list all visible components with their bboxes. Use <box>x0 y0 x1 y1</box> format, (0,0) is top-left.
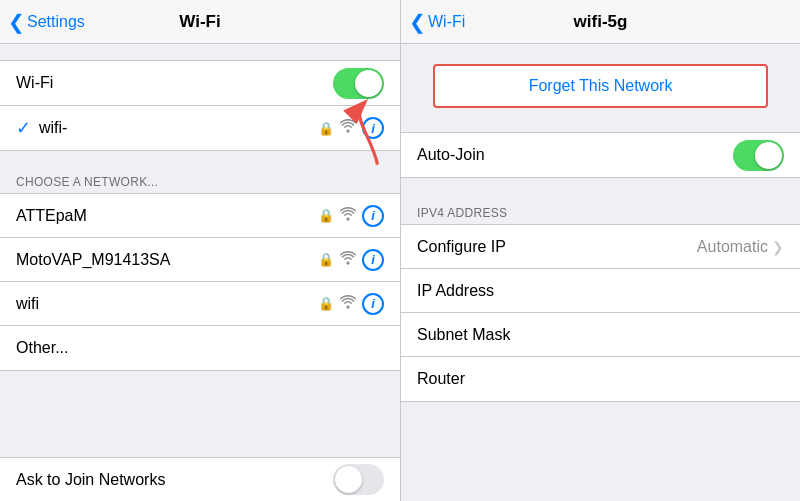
ask-join-toggle[interactable] <box>333 464 384 495</box>
info-icon: i <box>371 121 375 136</box>
wifi-label: Wi-Fi <box>16 74 333 92</box>
network-name: MotoVAP_M91413SA <box>16 251 318 269</box>
auto-join-label: Auto-Join <box>417 146 733 164</box>
wifi-detail-panel: ❮ Wi-Fi wifi-5g Forget This Network Auto… <box>400 0 800 501</box>
subnet-mask-label: Subnet Mask <box>417 326 784 344</box>
connected-network-icons: 🔒 i <box>318 117 384 139</box>
wifi-signal-icon <box>340 119 356 137</box>
lock-icon: 🔒 <box>318 208 334 223</box>
chevron-right-icon: ❯ <box>772 239 784 255</box>
connected-network-info-button[interactable]: i <box>362 117 384 139</box>
wifi-toggle-group: Wi-Fi <box>0 60 400 106</box>
connected-network-row[interactable]: ✓ wifi- 🔒 i <box>0 106 400 150</box>
configure-ip-row[interactable]: Configure IP Automatic ❯ <box>401 225 800 269</box>
auto-join-toggle[interactable] <box>733 140 784 171</box>
info-icon: i <box>371 252 375 267</box>
configure-ip-label: Configure IP <box>417 238 697 256</box>
back-label: Wi-Fi <box>428 13 465 31</box>
network-icons: 🔒 i <box>318 293 384 315</box>
wifi-back-button[interactable]: ❮ Wi-Fi <box>409 10 465 34</box>
network-row[interactable]: MotoVAP_M91413SA 🔒 i <box>0 238 400 282</box>
info-icon: i <box>371 296 375 311</box>
ask-join-label: Ask to Join Networks <box>16 471 333 489</box>
available-networks-group: ATTEpaM 🔒 i MotoVAP_M91413SA <box>0 193 400 371</box>
wifi-icon <box>340 295 356 313</box>
other-network-label: Other... <box>16 339 384 357</box>
lock-icon: 🔒 <box>318 296 334 311</box>
ipv4-group: Configure IP Automatic ❯ IP Address Subn… <box>401 224 800 402</box>
forget-network-container: Forget This Network <box>417 56 784 116</box>
network-info-button[interactable]: i <box>362 293 384 315</box>
ip-address-row[interactable]: IP Address <box>401 269 800 313</box>
ip-address-label: IP Address <box>417 282 784 300</box>
connected-network-group: ✓ wifi- 🔒 i <box>0 106 400 151</box>
right-nav-bar: ❮ Wi-Fi wifi-5g <box>401 0 800 44</box>
forget-network-button[interactable]: Forget This Network <box>433 64 768 108</box>
choose-network-header: CHOOSE A NETWORK... <box>0 167 400 193</box>
right-nav-title: wifi-5g <box>574 12 628 32</box>
settings-back-button[interactable]: ❮ Settings <box>8 10 85 34</box>
chevron-left-icon: ❮ <box>8 10 25 34</box>
ask-join-row: Ask to Join Networks <box>0 457 400 501</box>
info-icon: i <box>371 208 375 223</box>
auto-join-row: Auto-Join <box>401 133 800 177</box>
network-info-button[interactable]: i <box>362 205 384 227</box>
network-row[interactable]: ATTEpaM 🔒 i <box>0 194 400 238</box>
network-info-button[interactable]: i <box>362 249 384 271</box>
lock-icon: 🔒 <box>318 121 334 136</box>
chevron-left-icon: ❮ <box>409 10 426 34</box>
router-row[interactable]: Router <box>401 357 800 401</box>
router-label: Router <box>417 370 784 388</box>
wifi-icon <box>340 207 356 225</box>
subnet-mask-row[interactable]: Subnet Mask <box>401 313 800 357</box>
wifi-toggle-row: Wi-Fi <box>0 61 400 105</box>
network-icons: 🔒 i <box>318 249 384 271</box>
network-name: ATTEpaM <box>16 207 318 225</box>
lock-icon: 🔒 <box>318 252 334 267</box>
left-nav-bar: ❮ Settings Wi-Fi <box>0 0 400 44</box>
toggle-thumb <box>755 142 782 169</box>
network-row[interactable]: wifi 🔒 i <box>0 282 400 326</box>
toggle-thumb <box>355 70 382 97</box>
toggle-thumb <box>335 466 362 493</box>
ipv4-section-header: IPV4 ADDRESS <box>401 198 800 224</box>
connected-network-name: wifi- <box>39 119 318 137</box>
wifi-toggle[interactable] <box>333 68 384 99</box>
other-network-row[interactable]: Other... <box>0 326 400 370</box>
back-label: Settings <box>27 13 85 31</box>
wifi-icon <box>340 251 356 269</box>
auto-join-group: Auto-Join <box>401 132 800 178</box>
left-nav-title: Wi-Fi <box>179 12 220 32</box>
wifi-settings-panel: ❮ Settings Wi-Fi Wi-Fi ✓ wifi- 🔒 <box>0 0 400 501</box>
network-name: wifi <box>16 295 318 313</box>
network-icons: 🔒 i <box>318 205 384 227</box>
configure-ip-value: Automatic <box>697 238 768 256</box>
connected-checkmark-icon: ✓ <box>16 117 31 139</box>
